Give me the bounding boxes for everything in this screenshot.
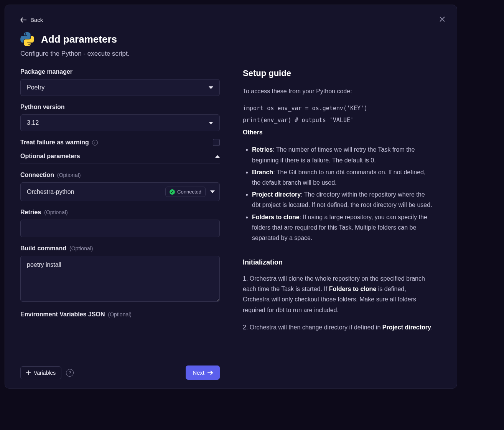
next-label: Next xyxy=(193,369,204,376)
guide-bullet: Folders to clone: If using a large repos… xyxy=(252,212,434,243)
retries-input[interactable] xyxy=(20,220,220,237)
chevron-down-icon xyxy=(210,190,215,193)
form-column: Package manager Poetry Python version 3.… xyxy=(20,68,224,372)
optional-tag: (Optional) xyxy=(57,172,81,178)
optional-parameters-label: Optional parameters xyxy=(20,153,80,160)
package-manager-select[interactable]: Poetry xyxy=(20,79,220,96)
add-parameters-dialog: Back Add parameters Configure the Python… xyxy=(5,5,457,389)
variables-button[interactable]: Variables xyxy=(20,366,61,379)
python-version-select[interactable]: 3.12 xyxy=(20,114,220,131)
python-icon xyxy=(20,32,34,46)
guide-bullet: Retries: The number of times we will ret… xyxy=(252,144,434,165)
arrow-left-icon xyxy=(20,17,26,23)
connection-status-badge: ✓ Connected xyxy=(165,187,206,197)
python-version-value: 3.12 xyxy=(27,119,39,126)
arrow-right-icon xyxy=(208,370,213,375)
optional-tag: (Optional) xyxy=(44,209,68,215)
treat-failure-checkbox[interactable] xyxy=(213,139,220,146)
optional-tag: (Optional) xyxy=(108,311,132,318)
guide-bullet: Branch: The Git branch to run dbt comman… xyxy=(252,167,434,188)
dialog-footer: Variables ? Next xyxy=(20,366,220,380)
back-label: Back xyxy=(30,17,43,23)
package-manager-value: Poetry xyxy=(27,84,44,91)
page-subtitle: Configure the Python - execute script. xyxy=(20,50,441,58)
setup-guide-title: Setup guide xyxy=(243,68,434,78)
optional-tag: (Optional) xyxy=(69,245,93,251)
title-row: Add parameters xyxy=(20,32,441,46)
plus-icon xyxy=(26,370,31,375)
connection-value: Orchestra-python xyxy=(27,189,74,195)
guide-code-line: print(env_var) # outputs 'VALUE' xyxy=(243,115,434,126)
guide-code-line: import os env_var = os.getenv('KEY') xyxy=(243,103,434,114)
setup-guide-column: Setup guide To access these from your Py… xyxy=(243,68,441,372)
connection-status-text: Connected xyxy=(177,189,201,195)
guide-bullet: Project directory: The directory within … xyxy=(252,189,434,210)
check-icon: ✓ xyxy=(170,189,175,195)
back-button[interactable]: Back xyxy=(20,17,43,23)
guide-init-step: 1. Orchestra will clone the whole reposi… xyxy=(243,273,434,315)
build-command-label: Build command xyxy=(20,245,66,252)
guide-bullet-list: Retries: The number of times we will ret… xyxy=(243,144,434,243)
connection-select[interactable]: Orchestra-python ✓ Connected xyxy=(20,182,220,201)
help-button[interactable]: ? xyxy=(66,369,74,377)
next-button[interactable]: Next xyxy=(186,366,220,380)
close-button[interactable] xyxy=(439,16,445,23)
info-icon[interactable]: i xyxy=(92,140,98,146)
env-vars-json-label: Environment Variables JSON xyxy=(20,311,105,318)
treat-failure-label: Treat failure as warning xyxy=(20,139,89,146)
others-heading: Others xyxy=(243,129,263,136)
connection-label: Connection xyxy=(20,172,54,179)
python-version-label: Python version xyxy=(20,104,220,111)
retries-label: Retries xyxy=(20,209,41,216)
guide-init-step: 2. Orchestra will then change directory … xyxy=(243,322,434,332)
guide-access-intro: To access these from your Python code: xyxy=(243,86,434,96)
variables-label: Variables xyxy=(34,370,56,376)
chevron-up-icon xyxy=(215,155,220,158)
build-command-input[interactable] xyxy=(20,256,220,302)
package-manager-label: Package manager xyxy=(20,68,220,75)
close-icon xyxy=(439,16,445,22)
chevron-down-icon xyxy=(209,122,213,124)
initialization-heading: Initialization xyxy=(243,258,434,266)
chevron-down-icon xyxy=(209,86,213,89)
optional-parameters-toggle[interactable]: Optional parameters xyxy=(20,153,220,164)
page-title: Add parameters xyxy=(41,33,117,45)
